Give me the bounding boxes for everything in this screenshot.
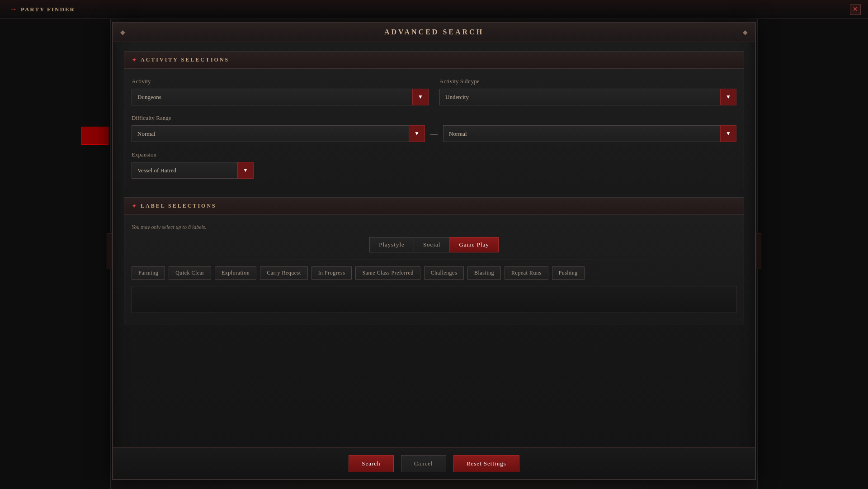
tag-farming[interactable]: Farming	[132, 266, 165, 280]
tag-carry-request[interactable]: Carry Request	[260, 266, 307, 280]
activity-section-header: ✦ ACTIVITY SELECTIONS	[124, 52, 744, 69]
label-section-title: LABEL SELECTIONS	[141, 203, 217, 209]
activity-subtype-label: Activity Subtype	[439, 78, 736, 85]
modal-header: ◆ ADVANCED SEARCH ◆	[113, 23, 755, 42]
search-button[interactable]: Search	[349, 455, 393, 472]
tag-same-class[interactable]: Same Class Preferred	[355, 266, 420, 280]
activity-subtype-group: Activity Subtype Undercity ▼	[439, 78, 736, 105]
left-panel	[0, 0, 111, 489]
expansion-dropdown[interactable]: Vessel of Hatred ▼	[132, 162, 254, 179]
tag-quick-clear[interactable]: Quick Clear	[169, 266, 211, 280]
label-section-icon: ✦	[132, 202, 137, 210]
activity-group: Activity Dungeons ▼	[132, 78, 429, 105]
activity-section: ✦ ACTIVITY SELECTIONS Activity Dungeons …	[124, 51, 744, 188]
activity-row: Activity Dungeons ▼ Activity Subtype	[132, 78, 736, 105]
activity-dropdown[interactable]: Dungeons ▼	[132, 89, 429, 105]
tag-repeat-runs[interactable]: Repeat Runs	[505, 266, 548, 280]
title-bar-text: PARTY FINDER	[21, 6, 75, 13]
close-button[interactable]: ✕	[850, 4, 861, 15]
activity-label: Activity	[132, 78, 429, 85]
tag-blasting[interactable]: Blasting	[467, 266, 501, 280]
activity-select[interactable]: Dungeons	[132, 89, 429, 105]
modal-deco-right	[756, 233, 761, 269]
tab-social[interactable]: Social	[414, 237, 450, 252]
activity-section-title: ACTIVITY SELECTIONS	[141, 57, 229, 63]
difficulty-to-select[interactable]: Normal	[443, 125, 736, 142]
label-info: You may only select up to 8 labels.	[132, 224, 736, 231]
title-bar: → PARTY FINDER ✕	[0, 0, 868, 19]
difficulty-range: Normal ▼ — Normal	[132, 125, 736, 142]
expansion-select[interactable]: Vessel of Hatred	[132, 162, 254, 179]
activity-subtype-dropdown[interactable]: Undercity ▼	[439, 89, 736, 105]
activity-section-icon: ✦	[132, 56, 137, 64]
modal-title: ADVANCED SEARCH	[384, 28, 484, 36]
diamond-right-icon: ◆	[743, 28, 748, 36]
difficulty-from-dropdown[interactable]: Normal ▼	[132, 125, 425, 142]
label-section: ✦ LABEL SELECTIONS You may only select u…	[124, 197, 744, 324]
activity-section-body: Activity Dungeons ▼ Activity Subtype	[124, 69, 744, 188]
difficulty-from-select[interactable]: Normal	[132, 125, 425, 142]
diamond-left-icon: ◆	[120, 28, 125, 36]
reset-settings-button[interactable]: Reset Settings	[453, 455, 519, 472]
modal-deco-left	[107, 233, 112, 269]
tags-container: Farming Quick Clear Exploration Carry Re…	[132, 266, 736, 280]
cancel-button[interactable]: Cancel	[401, 455, 446, 472]
expansion-label: Expansion	[132, 151, 254, 158]
right-panel	[757, 0, 868, 489]
difficulty-group: Difficulty Range Normal ▼ —	[132, 114, 736, 142]
modal: ◆ ADVANCED SEARCH ◆ ✦ ACTIVITY SELECTION…	[112, 22, 756, 480]
modal-footer: Search Cancel Reset Settings	[113, 447, 755, 479]
tab-gameplay[interactable]: Game Play	[450, 237, 498, 252]
expansion-row: Expansion Vessel of Hatred ▼	[132, 151, 736, 179]
activity-subtype-select[interactable]: Undercity	[439, 89, 736, 105]
tab-playstyle[interactable]: Playstyle	[369, 237, 414, 252]
modal-body: ✦ ACTIVITY SELECTIONS Activity Dungeons …	[113, 42, 755, 443]
left-panel-accent	[81, 127, 108, 145]
arrow-icon: →	[9, 5, 17, 14]
expansion-group: Expansion Vessel of Hatred ▼	[132, 151, 254, 179]
tag-challenges[interactable]: Challenges	[424, 266, 464, 280]
difficulty-to-dropdown[interactable]: Normal ▼	[443, 125, 736, 142]
label-section-body: You may only select up to 8 labels. Play…	[124, 215, 744, 324]
range-separator: —	[430, 130, 438, 138]
tab-divider	[132, 260, 736, 260]
difficulty-row: Difficulty Range Normal ▼ —	[132, 114, 736, 142]
label-tabs: Playstyle Social Game Play	[132, 237, 736, 252]
search-textarea[interactable]	[132, 286, 736, 313]
tag-pushing[interactable]: Pushing	[552, 266, 585, 280]
tag-in-progress[interactable]: In Progress	[311, 266, 352, 280]
tag-exploration[interactable]: Exploration	[215, 266, 256, 280]
label-section-header: ✦ LABEL SELECTIONS	[124, 198, 744, 215]
difficulty-label: Difficulty Range	[132, 114, 736, 122]
